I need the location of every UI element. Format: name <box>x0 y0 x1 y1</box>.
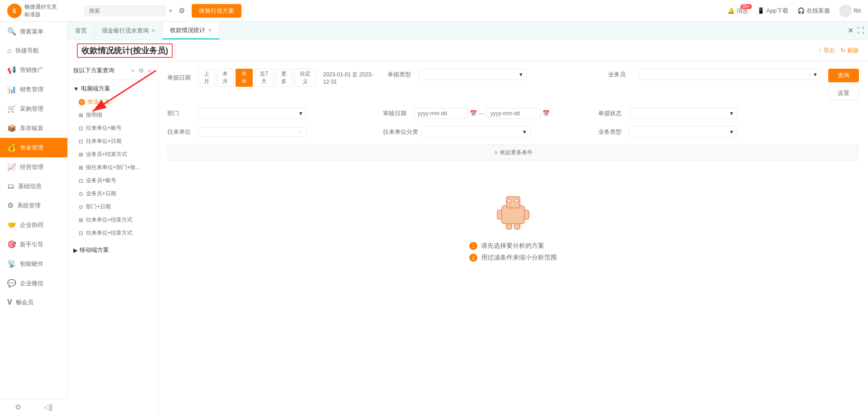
maximize-button[interactable]: ⛶ <box>857 27 864 35</box>
svg-rect-7 <box>497 210 502 219</box>
chevron-right-icon: ▶ <box>73 247 78 254</box>
date-tab-custom[interactable]: 自定义 <box>294 69 316 87</box>
doc-type-select[interactable]: ▾ <box>418 69 527 80</box>
settings-icon[interactable]: ⚙ <box>175 5 188 17</box>
desktop-scheme-group-title[interactable]: ▼ 电脑端方案 <box>68 82 158 95</box>
add-scheme-button[interactable]: + <box>130 66 136 75</box>
step-number: 1 <box>469 242 477 250</box>
date-tab-last-month[interactable]: 上月 <box>198 69 215 87</box>
scheme-item-salesperson-account[interactable]: ⊡ 业务员+账号 <box>68 174 158 187</box>
scheme-header-title: 按以下方案查询 <box>73 66 114 75</box>
scheme-item-partner-settle1[interactable]: ⊞ 往来单位+结算方式 <box>68 213 158 226</box>
salesperson-select[interactable]: ··· ▾ <box>639 69 821 80</box>
content-area: 按以下方案查询 + ⚙ « ▼ 电脑端方案 ↺ 按业务员 <box>68 61 868 415</box>
query-button[interactable]: 查询 <box>828 69 859 82</box>
sidebar-toggle-button[interactable]: ◁∥ <box>44 403 53 411</box>
doc-status-select[interactable]: ▾ <box>629 108 737 119</box>
sidebar-item-system[interactable]: ⚙ 系统管理 <box>0 196 67 215</box>
bell-icon: 🔔 <box>727 7 735 14</box>
sidebar-item-cooperation[interactable]: 🤝 企业协同 <box>0 215 67 235</box>
salesperson-date-icon: ⊙ <box>79 191 83 197</box>
active-scheme-icon: ↺ <box>79 99 85 105</box>
review-date-start[interactable] <box>414 108 468 119</box>
salesperson-label: 业务员 <box>608 71 635 79</box>
scheme-item-label: 业务员+日期 <box>86 190 116 198</box>
empty-steps: 1 请先选择要分析的方案 2 用过滤条件来缩小分析范围 <box>469 242 557 265</box>
date-separator: — <box>479 110 485 117</box>
sidebar-item-operations[interactable]: 📈 经营管理 <box>0 157 67 177</box>
sidebar-item-label: 销售管理 <box>20 85 43 94</box>
sidebar-item-marketing[interactable]: 📢 营销推广 <box>0 60 67 80</box>
settings-query-button[interactable]: 设置 <box>828 86 859 100</box>
date-tab-this-month[interactable]: 本月 <box>217 69 234 87</box>
scheme-item-partner-date[interactable]: ⊡ 往来单位+日期 <box>68 135 158 148</box>
scheme-item-dept-date[interactable]: ⊙ 部门+日期 <box>68 200 158 213</box>
review-date-end[interactable] <box>486 108 541 119</box>
partner-category-select[interactable]: ▾ <box>422 126 530 137</box>
partner-select[interactable]: ··· <box>198 127 307 137</box>
tab-collection-stats[interactable]: 收款情况统计 ✕ <box>163 22 219 39</box>
calendar-icon: 📅 <box>470 110 477 117</box>
dept-label: 部门 <box>167 109 194 118</box>
sidebar-item-purchase[interactable]: 🛒 采购管理 <box>0 99 67 118</box>
app-download-btn[interactable]: 📱 App下载 <box>757 7 788 15</box>
sidebar-item-guide[interactable]: 🎯 新手引导 <box>0 235 67 254</box>
scheme-item-by-detail[interactable]: ⊞ 按明细 <box>68 108 158 122</box>
notification-btn[interactable]: 🔔 消息 99+ <box>727 7 748 15</box>
close-all-tabs-button[interactable]: ✕ <box>848 26 854 35</box>
scheme-header-buttons: + ⚙ « <box>130 66 152 75</box>
sidebar-item-wechat[interactable]: 💬 企业微信 <box>0 274 67 293</box>
refresh-button[interactable]: ↻ 刷新 <box>840 47 859 55</box>
scheme-settings-button[interactable]: ⚙ <box>137 66 145 75</box>
online-service-btn[interactable]: 🎧 在线客服 <box>797 7 830 15</box>
scheme-item-partner-dept[interactable]: ⊞ 按往来单位+部门+收... <box>68 161 158 174</box>
export-button[interactable]: ↑ 导出 <box>819 47 835 55</box>
scheme-item-partner-account[interactable]: ⊡ 往来单位+账号 <box>68 122 158 135</box>
sidebar-item-inventory[interactable]: 📦 库存核算 <box>0 118 67 138</box>
chevron-down-icon[interactable]: ▾ <box>169 8 172 14</box>
search-input[interactable] <box>84 5 165 16</box>
more-icon: ··· <box>808 72 812 77</box>
scheme-item-label: 按往来单位+部门+收... <box>86 164 140 171</box>
sidebar-item-quick-nav[interactable]: ⌂ 快捷导航 <box>0 41 67 60</box>
close-icon[interactable]: ✕ <box>208 28 212 33</box>
sidebar-item-search-menu[interactable]: 🔍 搜索菜单 <box>0 22 67 41</box>
date-tab-7days[interactable]: 近7天 <box>255 69 274 87</box>
review-date-label: 审核日期 <box>383 109 410 118</box>
review-date-range: 📅 — 📅 <box>414 108 550 119</box>
sidebar-settings-button[interactable]: ⚙ <box>15 403 21 411</box>
svg-rect-9 <box>506 224 512 229</box>
partner-dept-icon: ⊞ <box>79 165 83 171</box>
scheme-item-salesperson-date[interactable]: ⊙ 业务员+日期 <box>68 187 158 200</box>
collapse-label: ∧ 收起更多条件 <box>494 149 532 156</box>
close-icon[interactable]: ✕ <box>151 28 155 33</box>
tab-home[interactable]: 首页 <box>68 22 94 39</box>
collapse-bar[interactable]: ∧ 收起更多条件 <box>167 145 859 160</box>
partner-date-icon: ⊡ <box>79 138 83 145</box>
mobile-scheme-group-title[interactable]: ▶ 移动端方案 <box>68 243 158 257</box>
sidebar-item-basic-info[interactable]: 🗂 基础信息 <box>0 177 67 196</box>
app-download-label: App下载 <box>766 7 788 15</box>
sidebar-item-member[interactable]: V 畅会员 <box>0 293 67 312</box>
sidebar-item-label: 快捷导航 <box>15 47 39 55</box>
user-info[interactable]: Rit <box>839 5 861 17</box>
sidebar-item-label: 经营管理 <box>20 163 43 171</box>
top-right: 🔔 消息 99+ 📱 App下载 🎧 在线客服 Rit <box>727 5 861 17</box>
scheme-item-salesperson-settle[interactable]: ⊞ 业务员+结算方式 <box>68 148 158 161</box>
sidebar-item-smart-hw[interactable]: 📡 智能硬件 <box>0 254 67 274</box>
member-icon: V <box>7 298 12 307</box>
sidebar-item-label: 智能硬件 <box>20 260 43 268</box>
trial-button[interactable]: 体验行业方案 <box>192 4 241 18</box>
date-range-display: 2023-01-01 至 2023-12-31 <box>323 71 381 85</box>
sidebar-item-finance[interactable]: 💰 资金管理 <box>0 138 67 157</box>
scheme-item-by-salesperson[interactable]: ↺ 按业务员 <box>68 95 158 108</box>
sidebar-item-sales[interactable]: 📊 销售管理 <box>0 80 67 99</box>
collapse-panel-button[interactable]: « <box>147 66 152 75</box>
scheme-item-partner-settle2[interactable]: ⊡ 往来单位+结算方式 <box>68 226 158 240</box>
marketing-icon: 📢 <box>7 66 16 74</box>
tab-bank-flow[interactable]: 现金银行流水查询 ✕ <box>94 22 163 39</box>
business-type-select[interactable]: ▾ <box>629 126 737 137</box>
date-tab-more[interactable]: 更多 <box>276 69 293 87</box>
dept-select[interactable]: ▾ <box>198 108 307 119</box>
date-tab-this-year[interactable]: 本年 <box>236 69 253 87</box>
